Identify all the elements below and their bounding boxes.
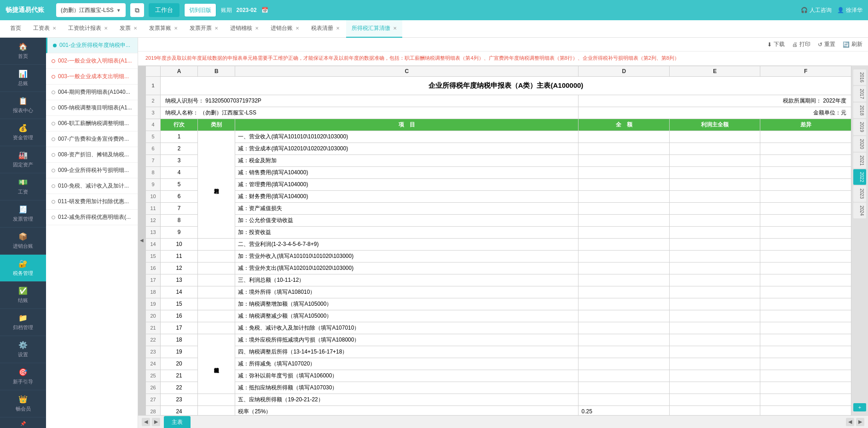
left-panel-item-004[interactable]: 004-期间费用明细表(A1040...: [46, 85, 138, 100]
tab-payroll[interactable]: 工资表 ✕: [28, 20, 62, 38]
tab-invoice[interactable]: 发票 ✕: [114, 20, 143, 38]
row-num-2: 2: [146, 95, 161, 107]
guide-icon: 🎯: [18, 368, 28, 377]
sidebar-item-invoice-mgmt[interactable]: 🧾 发票管理: [0, 200, 46, 228]
col-header-b: B: [198, 66, 235, 76]
year-2017[interactable]: 2017: [853, 86, 866, 102]
left-panel-item-006[interactable]: 006-职工薪酬纳税调整明细...: [46, 116, 138, 131]
dot-004: [52, 91, 55, 94]
tab-audit[interactable]: 进销稽核 ✕: [225, 20, 264, 38]
period-value: 2023-02: [237, 7, 257, 13]
left-panel-item-007[interactable]: 007-广告费和业务宣传费跨...: [46, 131, 138, 147]
table-row: 7 3 减：税金及附加: [146, 154, 851, 166]
sidebar-item-tax-mgmt[interactable]: 🔐 税务管理: [0, 255, 46, 282]
tab-invoice-calc-close[interactable]: ✕: [174, 26, 178, 31]
tab-tax-book[interactable]: 税表清册 ✕: [306, 20, 345, 38]
left-panel-item-001[interactable]: 001-企业所得税年度纳税申...: [46, 38, 138, 53]
year-2016[interactable]: 2016: [853, 69, 866, 85]
left-panel-item-003[interactable]: 003-一般企业成本支出明细...: [46, 69, 138, 85]
year-2021[interactable]: 2021: [853, 153, 866, 168]
tab-invoice-open-close[interactable]: ✕: [214, 26, 218, 31]
print-btn[interactable]: 🖨 打印: [792, 40, 810, 48]
customer-service-btn[interactable]: 🎧 人工咨询: [801, 6, 832, 14]
tab-income-tax[interactable]: 所得税汇算清缴 ✕: [346, 20, 402, 38]
tab-home[interactable]: 首页: [5, 20, 27, 38]
spreadsheet-main[interactable]: A B C D E F 1: [145, 66, 851, 415]
nav-right-btn[interactable]: ▶: [152, 418, 160, 426]
sidebar-item-member[interactable]: 👑 畅会员: [0, 390, 46, 417]
switch-btn[interactable]: 切到旧版: [184, 3, 216, 17]
sidebar-item-ledger-main[interactable]: 📊 总账: [0, 65, 46, 92]
sidebar-item-settings[interactable]: ⚙️ 设置: [0, 336, 46, 363]
sidebar-item-close-accounts[interactable]: ✅ 结账: [0, 282, 46, 309]
item-label-006: 006-职工薪酬纳税调整明细...: [58, 120, 129, 127]
sidebar-item-sales-ledger[interactable]: 📦 进销台账: [0, 228, 46, 255]
tab-ledger-close[interactable]: ✕: [295, 26, 299, 31]
taxpayer-id-label: 纳税人识别号：: [165, 97, 204, 104]
sidebar-item-payroll[interactable]: 💵 工资: [0, 173, 46, 200]
item-label-008: 008-资产折旧、摊销及纳税...: [58, 151, 129, 159]
tab-payroll-stat-close[interactable]: ✕: [104, 26, 108, 31]
col-header-d: D: [579, 66, 670, 76]
tab-tax-book-close[interactable]: ✕: [336, 26, 340, 31]
user-btn[interactable]: 👤 徐泽华: [837, 6, 862, 14]
year-2024[interactable]: 2024: [853, 203, 866, 218]
table-row: 6 2 减：营业成本(填写A102010\102020\103000): [146, 143, 851, 154]
calendar-icon[interactable]: 📅: [261, 7, 268, 13]
left-panel-item-009[interactable]: 009-企业所得税补亏损明细...: [46, 163, 138, 178]
year-2019[interactable]: 2019: [853, 119, 866, 135]
tab-invoice-close[interactable]: ✕: [133, 26, 137, 31]
sidebar-item-assets[interactable]: 🏭 固定资产: [0, 146, 46, 173]
left-panel-item-010[interactable]: 010-免税、减计收入及加计...: [46, 178, 138, 194]
left-panel-item-011[interactable]: 011-研发费用加计扣除优惠...: [46, 194, 138, 210]
close-accounts-icon: ✅: [18, 286, 28, 295]
table-row: 28 24 税率（25%） 0.25: [146, 405, 851, 415]
tab-invoice-calc[interactable]: 发票算账 ✕: [144, 20, 183, 38]
nav-left-btn[interactable]: ◀: [142, 418, 150, 426]
left-panel-item-002[interactable]: 002-一般企业收入明细表(A1...: [46, 53, 138, 69]
spreadsheet-container: ◀ A B C D E F: [138, 66, 868, 415]
sidebar-item-funds[interactable]: 💰 资金管理: [0, 119, 46, 146]
left-panel-item-005[interactable]: 005-纳税调整项目明细表(A1...: [46, 100, 138, 116]
scroll-right-btn[interactable]: ▶: [856, 418, 864, 426]
company-selector[interactable]: (勿删）江西服宝-LSS ▼: [56, 3, 126, 17]
unpin-btn[interactable]: 📌 取消固定: [0, 417, 46, 428]
collapse-btn[interactable]: ◀: [138, 66, 145, 415]
sidebar-item-archive[interactable]: 📁 归档管理: [0, 309, 46, 336]
item-label-010: 010-免税、减计收入及加计...: [58, 182, 129, 190]
sidebar-item-home[interactable]: 🏠 首页: [0, 38, 46, 65]
info-row-3: 3 纳税人名称： （勿删）江西服宝-LSS 金额单位：元: [146, 107, 851, 119]
sidebar-label-invoice: 发票管理: [13, 216, 33, 223]
year-2018[interactable]: 2018: [853, 103, 866, 118]
year-2020[interactable]: 2020: [853, 136, 866, 152]
tab-audit-close[interactable]: ✕: [255, 26, 259, 31]
sidebar-item-guide[interactable]: 🎯 新手引导: [0, 363, 46, 390]
refresh-btn[interactable]: 🔄 刷新: [843, 40, 862, 48]
reset-btn[interactable]: ↺ 重置: [818, 40, 835, 48]
table-row: 25 21 减：弥补以前年度亏损（填写A106000）: [146, 370, 851, 382]
work-btn[interactable]: 工作台: [149, 3, 179, 17]
sheet-tab-main[interactable]: 主表: [164, 416, 191, 428]
settings-icon: ⚙️: [18, 341, 28, 349]
tax-mgmt-icon: 🔐: [18, 259, 28, 268]
payroll-icon: 💵: [18, 178, 28, 187]
tab-income-tax-close[interactable]: ✕: [393, 26, 397, 31]
sidebar-label-assets: 固定资产: [13, 161, 33, 168]
tab-payroll-close[interactable]: ✕: [52, 26, 56, 31]
tab-bar: 首页 工资表 ✕ 工资统计报表 ✕ 发票 ✕ 发票算账 ✕ 发票开票 ✕ 进销稽…: [0, 20, 868, 38]
sidebar-item-reports[interactable]: 📋 报表中心: [0, 92, 46, 119]
left-panel-item-008[interactable]: 008-资产折旧、摊销及纳税...: [46, 147, 138, 163]
left-panel-item-012[interactable]: 012-减免所得税优惠明细表(...: [46, 210, 138, 225]
tab-payroll-stat[interactable]: 工资统计报表 ✕: [63, 20, 113, 38]
year-2023[interactable]: 2023: [853, 186, 866, 201]
tab-invoice-open[interactable]: 发票开票 ✕: [184, 20, 224, 38]
currency-label: 金额单位：元: [813, 109, 846, 116]
copy-icon-btn[interactable]: ⧉: [130, 3, 144, 17]
add-year-btn[interactable]: +: [853, 403, 866, 411]
year-2022[interactable]: 2022: [853, 169, 866, 185]
download-btn[interactable]: ⬇ 下载: [767, 40, 785, 48]
header-leib: 类别: [198, 119, 235, 131]
tab-ledger[interactable]: 进销台账 ✕: [265, 20, 305, 38]
scroll-left-btn[interactable]: ◀: [846, 418, 854, 426]
item-label-001: 001-企业所得税年度纳税申...: [59, 41, 130, 49]
